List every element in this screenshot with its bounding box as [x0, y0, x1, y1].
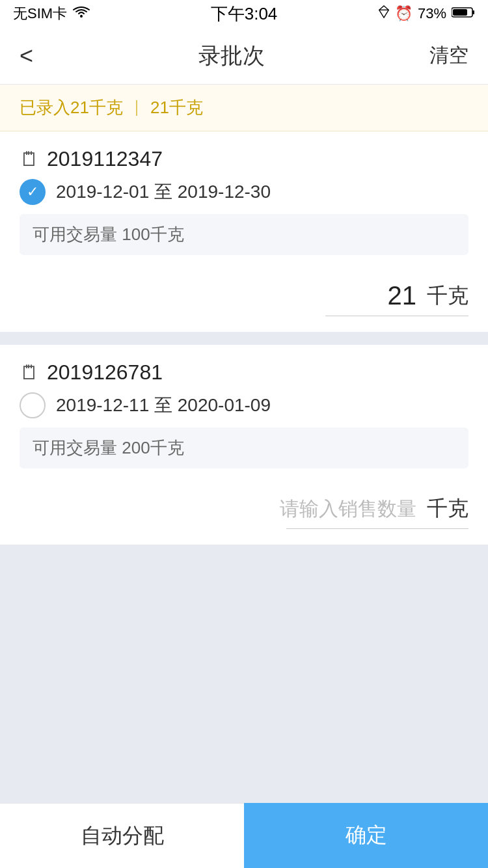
sim-text: 无SIM卡 — [13, 4, 67, 23]
batch-2-date: 2019-12-11 至 2020-01-09 — [56, 393, 271, 418]
batch-1-date-row: ✓ 2019-12-01 至 2019-12-30 — [20, 179, 468, 205]
checkmark-icon: ✓ — [27, 185, 38, 199]
batch-2-quantity-unit: 千克 — [427, 495, 468, 523]
batch-1-id: 2019112347 — [47, 147, 163, 171]
content-wrapper: 🗒 2019112347 ✓ 2019-12-01 至 2019-12-30 可… — [0, 131, 488, 850]
batch-2-id: 2019126781 — [47, 360, 163, 385]
info-banner: 已录入21千克 21千克 — [0, 85, 488, 131]
alarm-icon: ⏰ — [395, 5, 413, 22]
status-bar-left: 无SIM卡 — [13, 4, 90, 23]
status-bar: 无SIM卡 下午3:04 ⏰ 73% — [0, 0, 488, 27]
batch-1-available: 可用交易量 100千克 — [20, 214, 468, 255]
batch-2-checkbox[interactable] — [20, 392, 46, 418]
auto-distribute-button[interactable]: 自动分配 — [0, 803, 244, 868]
back-button[interactable]: < — [20, 42, 33, 70]
batch-1-header: 🗒 2019112347 — [20, 147, 468, 171]
bottom-bar: 自动分配 确定 — [0, 803, 488, 868]
page-title: 录批次 — [198, 41, 265, 71]
svg-rect-3 — [453, 9, 467, 16]
status-bar-right: ⏰ 73% — [378, 5, 475, 22]
location-icon — [378, 5, 390, 22]
wifi-icon — [72, 5, 90, 22]
svg-rect-2 — [472, 10, 474, 14]
batch-2-date-row: 2019-12-11 至 2020-01-09 — [20, 392, 468, 418]
batch-2-icon: 🗒 — [20, 362, 39, 384]
svg-point-0 — [80, 15, 83, 18]
batch-2-available: 可用交易量 200千克 — [20, 427, 468, 468]
batch-2-header: 🗒 2019126781 — [20, 360, 468, 385]
section-divider — [0, 332, 488, 345]
batch-2-quantity-placeholder: 请输入销售数量 — [280, 496, 416, 522]
battery-icon — [452, 5, 475, 22]
confirm-button[interactable]: 确定 — [244, 803, 488, 868]
batch-1-underline — [325, 316, 468, 316]
batch-1-quantity-value: 21 — [388, 281, 417, 310]
nav-bar: < 录批次 清空 — [0, 27, 488, 85]
batch-1-date: 2019-12-01 至 2019-12-30 — [56, 180, 271, 204]
batch-1-quantity-unit: 千克 — [427, 282, 468, 310]
batch-card-2: 🗒 2019126781 2019-12-11 至 2020-01-09 可用交… — [0, 345, 488, 484]
batch-1-icon: 🗒 — [20, 148, 39, 170]
info-entered-text: 已录入21千克 — [20, 96, 123, 119]
batch-card-1: 🗒 2019112347 ✓ 2019-12-01 至 2019-12-30 可… — [0, 131, 488, 271]
status-bar-time: 下午3:04 — [211, 3, 278, 25]
batch-1-checkbox[interactable]: ✓ — [20, 179, 46, 205]
info-amount-text: 21千克 — [150, 96, 203, 119]
batch-2-underline — [286, 528, 468, 529]
clear-button[interactable]: 清空 — [429, 42, 468, 69]
info-divider — [136, 100, 137, 116]
battery-text: 73% — [418, 5, 446, 22]
